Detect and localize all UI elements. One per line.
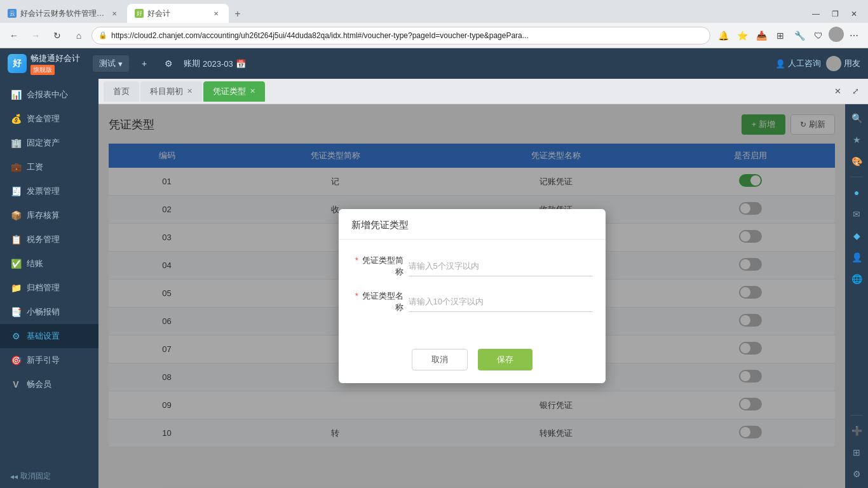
right-grid-icon[interactable]: ⊞ [848,444,865,461]
right-star-icon[interactable]: ★ [848,131,865,149]
sidebar-label-settle: 结账 [27,258,43,269]
browser-tab-1[interactable]: 云 好会计云财务软件管理系统_会计 ✕ [0,4,127,23]
right-palette-icon[interactable]: 🎨 [848,152,865,170]
header-actions: 👤 人工咨询 用友 [775,56,860,71]
right-user-icon[interactable]: 👤 [848,248,865,266]
sidebar-label-settings: 基础设置 [27,330,60,342]
app-header: 好 畅捷通好会计 旗舰版 测试 ▾ + ⚙ 账期 2023-03 📅 👤 人工咨… [0,48,868,79]
sidebar-item-archive[interactable]: 📁 归档管理 [0,276,98,300]
extension-btn-4[interactable]: ⊞ [771,27,789,44]
sidebar-item-settings[interactable]: ⚙ 基础设置 [0,324,98,348]
extension-btn-5[interactable]: 🔧 [790,27,808,44]
period-label: 账期 [184,58,200,69]
right-panel-divider-1 [850,177,863,177]
user-info[interactable]: 用友 [826,56,860,71]
settings-icon[interactable]: ⚙ [159,55,177,72]
home-button[interactable]: ⌂ [70,27,88,44]
browser-tab-2[interactable]: 好 好会计 ✕ [127,4,229,23]
modal-box: 新增凭证类型 * 凭证类型简称 [339,209,606,383]
modal-body: * 凭证类型简称 * 凭证类型名称 [339,240,606,341]
tab-voucher-type-label: 凭证类型 [213,86,246,97]
sidebar-item-payroll[interactable]: 💼 工资 [0,155,98,179]
sidebar-item-report[interactable]: 📑 小畅报销 [0,300,98,324]
tax-icon: 📋 [10,234,22,245]
extension-btn-6[interactable]: 🛡 [810,27,827,44]
save-button[interactable]: 保存 [478,349,532,370]
sidebar-item-fixed-assets[interactable]: 🏢 固定资产 [0,131,98,155]
extension-btn-2[interactable]: ⭐ [733,27,751,44]
abbr-input[interactable] [409,256,593,276]
close-browser-button[interactable]: ✕ [845,5,863,23]
dashboard-icon: 📊 [10,89,22,100]
close-panel-button[interactable]: ✕ [830,84,845,99]
tab-close-1[interactable]: ✕ [109,8,119,18]
expand-panel-button[interactable]: ⤢ [848,84,863,99]
extension-btn-1[interactable]: 🔔 [714,27,732,44]
right-globe-icon[interactable]: 🌐 [848,270,865,288]
form-row-abbr: * 凭证类型简称 [351,255,593,278]
extension-btn-3[interactable]: 📥 [752,27,770,44]
tab-close-2[interactable]: ✕ [211,8,221,18]
modal-footer: 取消 保存 [339,341,606,383]
refresh-button[interactable]: ↻ [48,27,66,44]
maximize-button[interactable]: ❐ [826,5,844,23]
name-required-mark: * [355,291,358,301]
forward-button[interactable]: → [27,27,44,44]
payroll-icon: 💼 [10,161,22,173]
sidebar-label-funds: 资金管理 [27,113,60,125]
sidebar: 📊 会报表中心 💰 资金管理 🏢 固定资产 💼 工资 🧾 发票管理 📦 [0,79,98,488]
url-box[interactable]: 🔒 https://cloud2.chanjet.com/accounting/… [92,27,710,44]
tab-subjects-close[interactable]: ✕ [187,87,193,95]
browser-menu-button[interactable]: ⋯ [845,27,863,44]
sidebar-item-invoice[interactable]: 🧾 发票管理 [0,179,98,203]
right-blue-icon[interactable]: ● [848,184,865,201]
tab-home[interactable]: 首页 [104,81,139,102]
profile-avatar[interactable] [829,27,844,42]
sidebar-label-tax: 税务管理 [27,234,60,245]
tab-subjects[interactable]: 科目期初 ✕ [140,81,202,102]
funds-icon: 💰 [10,113,22,125]
name-input[interactable] [409,292,593,312]
sidebar-item-guide[interactable]: 🎯 新手引导 [0,348,98,372]
right-email-icon[interactable]: ✉ [848,205,865,223]
settle-icon: ✅ [10,258,22,269]
address-bar: ← → ↻ ⌂ 🔒 https://cloud2.chanjet.com/acc… [0,23,868,48]
right-add-icon[interactable]: ➕ [848,422,865,440]
sidebar-label-archive: 归档管理 [27,282,60,294]
tab-title-1: 好会计云财务软件管理系统_会计 [20,8,105,19]
sidebar-label-invoice: 发票管理 [27,186,60,197]
cancel-fixed-label: 取消固定 [20,471,51,482]
sidebar-item-funds[interactable]: 💰 资金管理 [0,107,98,131]
app-container: 好 畅捷通好会计 旗舰版 测试 ▾ + ⚙ 账期 2023-03 📅 👤 人工咨… [0,48,868,488]
minimize-button[interactable]: — [807,5,825,23]
sidebar-item-member[interactable]: V 畅会员 [0,372,98,396]
report-icon: 📑 [10,306,22,318]
invoice-icon: 🧾 [10,186,22,197]
right-gear-icon[interactable]: ⚙ [848,465,865,483]
cancel-fixed-button[interactable]: ◂◂ 取消固定 [0,464,98,488]
company-selector[interactable]: 测试 ▾ [93,55,129,72]
consulting-button[interactable]: 👤 人工咨询 [775,58,821,69]
cancel-button[interactable]: 取消 [412,349,468,370]
new-tab-button[interactable]: + [229,5,247,23]
consulting-icon: 👤 [775,59,785,69]
sidebar-label-dashboard: 会报表中心 [27,89,68,100]
name-label: * 凭证类型名称 [351,290,409,313]
sidebar-item-tax[interactable]: 📋 税务管理 [0,227,98,252]
settings-sidebar-icon: ⚙ [10,330,22,342]
right-diamond-icon[interactable]: ◆ [848,227,865,245]
back-button[interactable]: ← [5,27,23,44]
sidebar-label-report: 小畅报销 [27,306,60,318]
tab-voucher-type-close[interactable]: ✕ [250,87,255,95]
sidebar-item-inventory[interactable]: 📦 库存核算 [0,203,98,227]
right-panel: 🔍 ★ 🎨 ● ✉ ◆ 👤 🌐 ➕ ⊞ ⚙ [845,104,868,488]
add-company-button[interactable]: + [135,55,153,72]
page-content: 凭证类型 + 新增 ↻ 刷新 [98,104,845,488]
sidebar-item-settle[interactable]: ✅ 结账 [0,252,98,276]
tab-voucher-type[interactable]: 凭证类型 ✕ [203,81,265,102]
calendar-icon[interactable]: 📅 [236,59,246,69]
guide-icon: 🎯 [10,355,22,366]
sidebar-item-dashboard[interactable]: 📊 会报表中心 [0,83,98,107]
right-search-icon[interactable]: 🔍 [848,109,865,127]
abbr-required-mark: * [355,255,358,265]
